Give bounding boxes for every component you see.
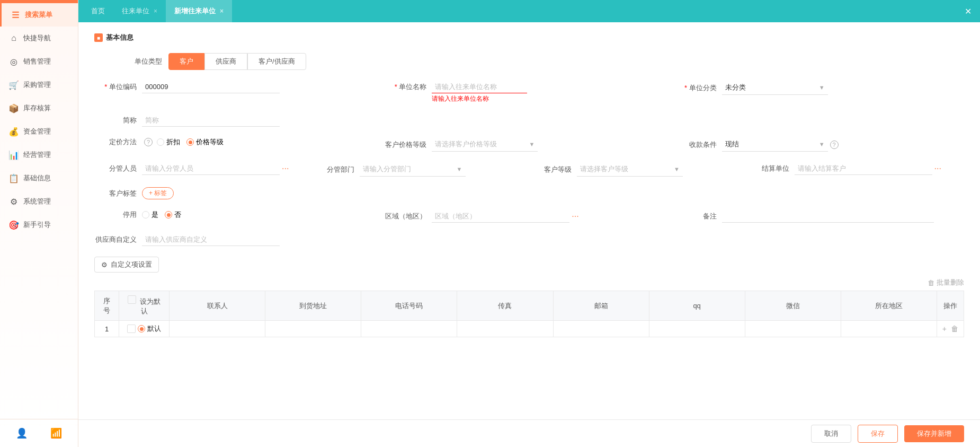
sidebar-item-system[interactable]: ⚙ 系统管理 [0,190,78,213]
unit-category-select[interactable]: 未分类 ▼ [722,81,828,95]
pricing-method-label: 定价方法 [94,137,142,147]
row-wechat [745,321,841,337]
table-toolbar: 🗑 批量删除 [94,278,964,287]
radio-price-level[interactable]: 价格等级 [186,137,224,147]
sidebar-item-basic-info[interactable]: 📋 基础信息 [0,166,78,190]
row-supplier-custom: 供应商自定义 [94,233,964,246]
header-checkbox[interactable] [128,295,136,304]
field-manager: 分管人员 ··· [94,162,312,175]
field-customer-level: 客户等级 请选择客户等级 ▼ [529,162,747,177]
payment-terms-label: 收款条件 [674,140,722,150]
section-title-text: 基本信息 [106,33,133,42]
unit-code-label: 单位编码 [94,82,142,92]
customer-level-select[interactable]: 请选择客户等级 ▼ [577,162,683,177]
row-delete-button[interactable]: 🗑 [951,325,958,333]
signal-icon[interactable]: 📶 [47,424,66,443]
cancel-button[interactable]: 取消 [811,425,851,443]
row-actions: + 🗑 [937,321,964,337]
radio-discount[interactable]: 折扣 [157,137,180,147]
row-contact-input[interactable] [175,325,260,333]
department-select[interactable]: 请输入分管部门 ▼ [360,162,466,177]
window-close-button[interactable]: ✕ [960,6,976,16]
pricing-method-help[interactable]: ? [144,138,153,146]
row-email-input[interactable] [559,325,644,333]
row-add-button[interactable]: + [942,325,947,333]
sidebar-item-operations[interactable]: 📊 经营管理 [0,143,78,166]
row-fax-input[interactable] [462,325,547,333]
field-settlement-unit: 结算单位 ··· [747,162,965,175]
settlement-unit-label: 结算单位 [747,164,795,173]
col-contact: 联系人 [170,291,265,321]
sidebar-item-new-guide[interactable]: 🎯 新手引导 [0,213,78,236]
radio-disable-no[interactable]: 否 [165,210,181,220]
supplier-custom-input[interactable] [142,233,280,246]
row-qq-input[interactable] [655,325,740,333]
unit-type-supplier[interactable]: 供应商 [204,53,247,70]
radio-discount-label: 折扣 [166,137,180,147]
field-payment-terms: 收款条件 现结 ▼ ? [674,137,964,152]
row-short-name: 简称 [94,114,964,127]
region-input[interactable] [432,210,569,223]
row-default: 默认 [119,321,170,337]
sidebar-item-quick-nav[interactable]: ⌂ 快捷导航 [0,27,78,50]
field-unit-name: 单位名称 请输入往来单位名称 [384,81,674,103]
sidebar-item-purchase[interactable]: 🛒 采购管理 [0,73,78,97]
sidebar-item-finance[interactable]: 💰 资金管理 [0,120,78,143]
save-new-button[interactable]: 保存并新增 [904,425,964,442]
tab-partners-close[interactable]: × [154,7,157,15]
department-label: 分管部门 [312,165,360,174]
radio-disable-yes-circle [142,211,149,218]
search-menu-icon: ☰ [10,10,21,20]
radio-disable-yes[interactable]: 是 [142,210,158,220]
user-icon[interactable]: 👤 [12,424,31,443]
table-row: 1 默认 [95,321,964,337]
remark-input[interactable] [722,210,934,223]
unit-type-both[interactable]: 客户/供应商 [247,53,306,70]
gear-icon: ⚙ [101,261,108,269]
settlement-unit-input[interactable] [795,162,932,175]
region-more[interactable]: ··· [572,212,578,221]
manager-more[interactable]: ··· [282,164,289,173]
tab-new-partner-close[interactable]: × [220,7,224,15]
row-region [841,321,937,337]
table-body: 1 默认 [95,321,964,337]
unit-name-input[interactable] [432,81,527,93]
sidebar-item-sales[interactable]: ◎ 销售管理 [0,50,78,73]
batch-delete-button[interactable]: 🗑 批量删除 [928,278,964,287]
row-disable-region: 停用 是 否 区域（地区） ··· 备注 [94,210,964,223]
col-default-label: 设为默认 [140,297,161,315]
unit-category-chevron: ▼ [819,84,825,91]
section-basic-info: ■ 基本信息 [94,33,964,42]
purchase-icon: 🛒 [8,80,19,90]
sidebar-item-label: 快捷导航 [23,33,51,43]
contact-table: 序号 设为默认 联系人 到货地址 电话号码 传真 邮箱 qq 微信 所在地区 [94,291,964,337]
settlement-unit-more[interactable]: ··· [934,164,941,173]
tab-partners[interactable]: 往来单位 × [113,0,166,22]
sidebar-item-inventory[interactable]: 📦 库存核算 [0,97,78,120]
tab-home[interactable]: 首页 [83,0,113,22]
manager-label: 分管人员 [94,164,142,173]
short-name-input[interactable] [142,114,280,127]
custom-settings-button[interactable]: ⚙ 自定义项设置 [94,257,159,273]
row-phone-input[interactable] [367,325,451,333]
tab-new-partner[interactable]: 新增往来单位 × [166,0,232,22]
row-checkbox[interactable] [127,325,136,333]
row-default-radio[interactable]: 默认 [138,324,161,334]
row-region-input[interactable] [847,325,931,333]
supplier-custom-label: 供应商自定义 [94,235,142,244]
payment-terms-help[interactable]: ? [830,141,839,149]
add-tag-button[interactable]: + 标签 [142,187,174,199]
customer-price-level-label: 客户价格等级 [384,140,432,150]
row-address-input[interactable] [271,325,355,333]
save-button[interactable]: 保存 [858,425,898,443]
sidebar-item-label: 经营管理 [23,150,51,160]
sidebar-item-search[interactable]: ☰ 搜索菜单 [0,3,78,27]
customer-price-level-select[interactable]: 请选择客户价格等级 ▼ [432,137,538,152]
unit-code-input[interactable] [142,81,280,93]
unit-type-customer[interactable]: 客户 [168,53,204,70]
row-wechat-input[interactable] [751,325,835,333]
field-remark: 备注 [674,210,964,223]
tab-bar: 首页 往来单位 × 新增往来单位 × ✕ [78,0,980,22]
payment-terms-select[interactable]: 现结 ▼ [722,137,828,152]
manager-input[interactable] [142,162,280,175]
